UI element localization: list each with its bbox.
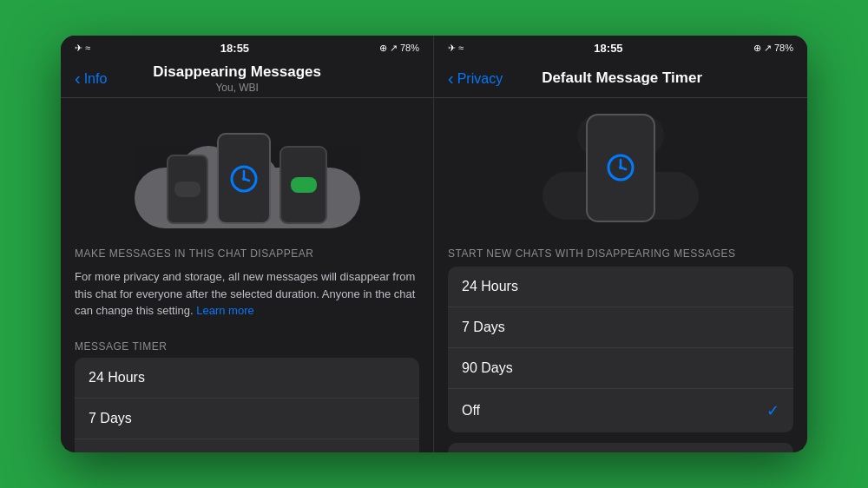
svg-point-3	[242, 177, 246, 181]
right-item-off-label: Off	[462, 403, 480, 419]
left-timer-icon	[229, 164, 259, 194]
right-nav-title-group: Default Message Timer	[503, 69, 741, 87]
left-chat-bubble-green	[291, 177, 317, 193]
left-status-bar: ✈ ≈ 18:55 ⊕ ↗ 78%	[61, 36, 433, 60]
left-status-time: 18:55	[220, 42, 249, 55]
left-phone-group	[167, 133, 327, 224]
right-phone	[586, 114, 655, 222]
right-status-time: 18:55	[594, 42, 622, 55]
right-status-bar: ✈ ≈ 18:55 ⊕ ↗ 78%	[434, 36, 807, 60]
left-back-arrow: ‹	[75, 69, 81, 89]
right-item-7days-label: 7 Days	[462, 320, 505, 335]
right-back-label[interactable]: Privacy	[457, 71, 503, 87]
right-content-area: START NEW CHATS WITH DISAPPEARING MESSAG…	[434, 237, 807, 452]
left-section-header: MAKE MESSAGES IN THIS CHAT DISAPPEAR	[61, 237, 433, 265]
right-status-left: ✈ ≈	[448, 43, 464, 54]
right-nav-bar: ‹ Privacy Default Message Timer	[434, 60, 807, 98]
left-item-90days-label: 90 Days	[89, 452, 140, 453]
left-learn-more[interactable]: Learn more	[196, 304, 253, 317]
left-phone-left	[167, 155, 208, 224]
right-item-off[interactable]: Off ✓	[448, 389, 793, 432]
right-nav-title: Default Message Timer	[503, 69, 741, 87]
left-back-label[interactable]: Info	[84, 71, 108, 87]
left-item-24h-label: 24 Hours	[89, 370, 145, 386]
right-item-90days[interactable]: 90 Days	[448, 348, 793, 389]
right-checkmark: ✓	[766, 401, 779, 420]
right-back-arrow: ‹	[448, 69, 454, 89]
right-item-24h[interactable]: 24 Hours	[448, 267, 793, 307]
left-back-button[interactable]: ‹ Info	[75, 69, 107, 89]
left-item-7days-label: 7 Days	[89, 411, 132, 426]
left-status-right: ⊕ ↗ 78%	[379, 43, 419, 54]
left-status-left: ✈ ≈	[75, 43, 90, 54]
left-phone-center	[217, 133, 271, 224]
left-hero-area	[61, 98, 433, 237]
right-status-right: ⊕ ↗ 78%	[753, 43, 793, 54]
right-hero-container	[525, 107, 716, 228]
left-status-icons: ✈ ≈	[75, 43, 90, 54]
right-item-90days-label: 90 Days	[462, 360, 513, 376]
right-dropdown-menu: 24 Hours 7 Days 90 Days Off ✓	[448, 267, 793, 432]
right-status-battery: ⊕ ↗ 78%	[753, 43, 793, 54]
svg-point-7	[619, 166, 622, 169]
left-timer-label: MESSAGE TIMER	[61, 330, 433, 358]
right-status-icons: ✈ ≈	[448, 43, 464, 54]
right-timer-icon	[606, 153, 635, 182]
right-back-button[interactable]: ‹ Privacy	[448, 69, 503, 89]
right-section-label: START NEW CHATS WITH DISAPPEARING MESSAG…	[434, 237, 807, 267]
left-chat-bubble	[174, 181, 201, 197]
left-nav-subtitle: You, WBI	[107, 82, 367, 94]
left-status-battery: ⊕ ↗ 78%	[379, 43, 419, 54]
right-item-7days[interactable]: 7 Days	[448, 307, 793, 348]
left-list-section: 24 Hours 7 Days 90 Days	[75, 358, 419, 453]
right-info-box: When enabled, all new individual chats w…	[448, 443, 793, 452]
right-item-24h-label: 24 Hours	[462, 279, 518, 294]
left-item-90days[interactable]: 90 Days	[75, 439, 419, 453]
left-nav-title: Disappearing Messages	[107, 63, 367, 81]
left-nav-title-group: Disappearing Messages You, WBI	[107, 63, 367, 93]
left-item-24h[interactable]: 24 Hours	[75, 358, 419, 399]
right-hero-area	[434, 98, 807, 237]
left-content-area: MAKE MESSAGES IN THIS CHAT DISAPPEAR For…	[61, 237, 433, 452]
left-phone-right	[279, 146, 327, 224]
left-description: For more privacy and storage, all new me…	[61, 265, 433, 330]
left-item-7days[interactable]: 7 Days	[75, 399, 419, 439]
left-nav-bar: ‹ Info Disappearing Messages You, WBI	[61, 60, 433, 98]
